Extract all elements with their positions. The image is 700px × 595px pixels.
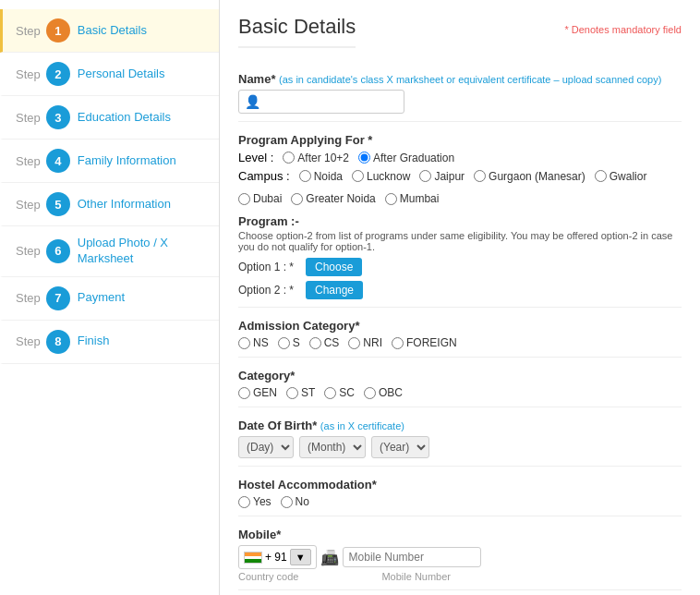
level-radio-after-graduation[interactable] [358, 152, 370, 164]
hostel-yes[interactable]: Yes [238, 495, 272, 508]
page-title: Basic Details [238, 15, 356, 48]
mobile-country-code: + 91 [265, 551, 287, 564]
category-gen[interactable]: GEN [238, 386, 277, 399]
main-content: Basic Details * Denotes mandatory field … [220, 0, 700, 595]
option2-change-button[interactable]: Change [306, 281, 363, 299]
hostel-group: Yes No [238, 495, 682, 508]
sidebar-item-payment[interactable]: Step 7 Payment [0, 277, 219, 321]
campus-dubai[interactable]: Dubai [238, 192, 282, 205]
mobile-label: Mobile* [238, 528, 682, 541]
campus-radio-group: Campus : Noida Lucknow Jaipur Gurgaon (M… [238, 169, 682, 205]
campus-mumbai[interactable]: Mumbai [385, 192, 440, 205]
step-word-7: Step [16, 291, 41, 305]
mobile-country-dropdown[interactable]: ▼ [290, 549, 311, 565]
campus-jaipur[interactable]: Jaipur [419, 170, 465, 183]
sidebar-item-finish[interactable]: Step 8 Finish [0, 321, 219, 364]
step-word-1: Step [16, 24, 41, 38]
category-st[interactable]: ST [286, 386, 315, 399]
step-word-6: Step [16, 244, 41, 258]
step-label-6: Upload Photo / X Marksheet [78, 236, 206, 267]
campus-gwalior[interactable]: Gwalior [595, 170, 647, 183]
step-circle-6: 6 [46, 239, 70, 263]
fax-icon-mobile: 📠 [320, 549, 339, 566]
campus-gurgaon[interactable]: Gurgaon (Manesar) [474, 170, 585, 183]
category-obc[interactable]: OBC [364, 386, 403, 399]
name-input-wrapper[interactable]: 👤 [238, 90, 404, 114]
dob-day-select[interactable]: (Day) [238, 436, 294, 458]
campus-label: Campus : [238, 169, 290, 183]
option1-label: Option 1 : * [238, 261, 298, 273]
step-label-5: Other Information [78, 197, 171, 212]
admission-nri[interactable]: NRI [348, 336, 382, 349]
step-word-5: Step [16, 198, 41, 212]
step-word-2: Step [16, 67, 41, 81]
step-circle-4: 4 [46, 149, 70, 173]
sidebar-item-personal-details[interactable]: Step 2 Personal Details [0, 53, 219, 96]
sidebar-item-other-information[interactable]: Step 5 Other Information [0, 183, 219, 226]
hostel-no[interactable]: No [281, 495, 309, 508]
step-circle-2: 2 [46, 62, 70, 86]
option1-choose-button[interactable]: Choose [306, 258, 362, 276]
step-label-1: Basic Details [78, 23, 147, 39]
program-note: Choose option-2 from list of programs un… [238, 230, 682, 252]
mobile-number-input[interactable] [343, 547, 481, 567]
option1-row: Option 1 : * Choose [238, 258, 682, 276]
campus-greater-noida[interactable]: Greater Noida [291, 192, 375, 205]
campus-noida[interactable]: Noida [299, 170, 343, 183]
option2-label: Option 2 : * [238, 284, 298, 297]
admission-cs[interactable]: CS [309, 336, 340, 349]
step-label-8: Finish [78, 334, 110, 349]
india-flag-icon [244, 552, 262, 564]
step-word-8: Step [16, 334, 41, 348]
dob-month-select[interactable]: (Month) [299, 436, 366, 458]
level-radio-after10plus2[interactable] [283, 152, 295, 164]
step-circle-7: 7 [46, 286, 70, 310]
mobile-row: + 91 ▼ 📠 [238, 545, 682, 569]
mandatory-note: * Denotes mandatory field [564, 24, 682, 35]
step-circle-8: 8 [46, 330, 70, 354]
admission-category-group: NS S CS NRI FOREIGN [238, 336, 682, 349]
mobile-country-code-box: + 91 ▼ [238, 545, 317, 569]
admission-foreign[interactable]: FOREIGN [392, 336, 457, 349]
step-label-7: Payment [78, 290, 125, 306]
step-label-2: Personal Details [78, 67, 165, 82]
level-label: Level : [238, 151, 273, 164]
step-circle-5: 5 [46, 192, 70, 216]
hostel-label: Hostel Accommodation* [238, 478, 682, 492]
mobile-number-label: Mobile Number [381, 571, 451, 582]
dob-row: (Day) (Month) (Year) [238, 436, 682, 458]
dob-year-select[interactable]: (Year) [371, 436, 429, 458]
category-label: Category* [238, 369, 682, 382]
category-sc[interactable]: SC [324, 386, 355, 399]
person-icon: 👤 [245, 94, 260, 109]
step-word-4: Step [16, 154, 41, 168]
step-label-4: Family Information [78, 153, 176, 169]
sidebar: Step 1 Basic Details Step 2 Personal Det… [0, 0, 220, 595]
name-sub-note: (as in candidate's class X marksheet or … [279, 74, 661, 85]
name-input[interactable] [264, 95, 398, 109]
sidebar-item-basic-details[interactable]: Step 1 Basic Details [0, 9, 219, 53]
program-applying-label: Program Applying For * [238, 133, 682, 147]
step-label-3: Education Details [78, 110, 171, 126]
level-option-after10plus2[interactable]: After 10+2 [283, 152, 349, 164]
category-group: GEN ST SC OBC [238, 386, 682, 399]
sidebar-item-education-details[interactable]: Step 3 Education Details [0, 96, 219, 140]
level-radio-group: Level : After 10+2 After Graduation [238, 151, 682, 164]
program-section-label: Program :- [238, 214, 682, 228]
country-label: Country code [238, 571, 298, 582]
admission-s[interactable]: S [278, 336, 300, 349]
dob-label: Date Of Birth* (as in X certificate) [238, 419, 682, 432]
admission-category-label: Admission Category* [238, 319, 682, 333]
sidebar-item-upload-photo[interactable]: Step 6 Upload Photo / X Marksheet [0, 226, 219, 277]
step-circle-1: 1 [46, 18, 70, 42]
level-option-after-graduation[interactable]: After Graduation [358, 152, 454, 164]
admission-ns[interactable]: NS [238, 336, 269, 349]
campus-lucknow[interactable]: Lucknow [352, 170, 410, 183]
sidebar-item-family-information[interactable]: Step 4 Family Information [0, 140, 219, 183]
step-word-3: Step [16, 111, 41, 125]
dob-sub-note: (as in X certificate) [320, 420, 404, 431]
option2-row: Option 2 : * Change [238, 281, 682, 299]
name-label: Name* (as in candidate's class X markshe… [238, 72, 682, 86]
step-circle-3: 3 [46, 105, 70, 129]
